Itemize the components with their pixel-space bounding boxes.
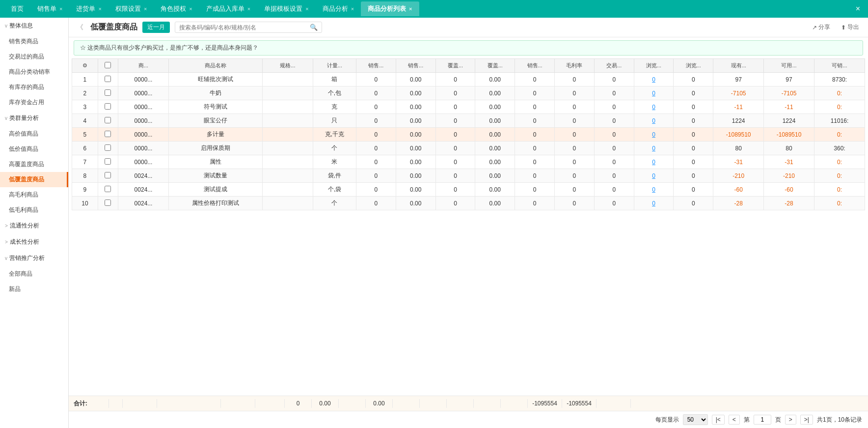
row-checkbox[interactable] (105, 76, 111, 82)
cell-0: 5 (72, 128, 98, 142)
row-checkbox[interactable] (105, 89, 111, 96)
sidebar-item-高毛利商品[interactable]: 高毛利商品 (0, 187, 68, 202)
sidebar-item-高覆盖度商品[interactable]: 高覆盖度商品 (0, 157, 68, 172)
sidebar-section-类群量分析[interactable]: v类群量分析 (0, 110, 68, 126)
browse-link[interactable]: 0 (652, 90, 655, 97)
col-header-6: 销售... (356, 59, 396, 73)
first-page-btn[interactable]: |< (712, 415, 725, 425)
last-page-btn[interactable]: >| (800, 415, 813, 425)
row-checkbox[interactable] (105, 117, 111, 123)
cell-5: 个,袋 (313, 183, 356, 197)
row-checkbox[interactable] (105, 200, 111, 206)
cell-15: -28 (713, 197, 764, 210)
nav-tab-产成品入库单[interactable]: 产成品入库单× (199, 1, 257, 16)
total-cell (255, 399, 285, 408)
sidebar-item-销售类商品[interactable]: 销售类商品 (0, 34, 68, 49)
cell-1 (98, 128, 118, 142)
cell-5: 米 (313, 155, 356, 169)
table-row: 100024...属性价格打印测试个00.0000.0000000-28-280… (72, 197, 865, 210)
total-cell (123, 399, 157, 408)
sidebar-item-库存资金占用[interactable]: 库存资金占用 (0, 95, 68, 110)
nav-tab-进货单[interactable]: 进货单× (69, 1, 108, 16)
row-checkbox[interactable] (105, 172, 111, 178)
browse-link[interactable]: 0 (652, 172, 655, 179)
sidebar-section-整体信息[interactable]: v整体信息 (0, 18, 68, 34)
select-all-checkbox[interactable] (105, 62, 111, 68)
total-cell (501, 399, 528, 408)
row-checkbox[interactable] (105, 144, 111, 151)
browse-link[interactable]: 0 (652, 117, 655, 124)
export-icon: ⬆ (841, 24, 846, 31)
cell-11: 0 (555, 183, 595, 197)
cell-16: -1089510 (764, 128, 814, 142)
cell-11: 0 (555, 155, 595, 169)
settings-icon[interactable]: ⚙ (82, 62, 87, 68)
cell-11: 0 (555, 128, 595, 142)
browse-link[interactable]: 0 (652, 76, 655, 83)
cell-6: 0 (356, 128, 396, 142)
row-checkbox[interactable] (105, 158, 111, 165)
window-close-btn[interactable]: × (852, 4, 864, 13)
nav-tab-close-icon[interactable]: × (189, 6, 192, 12)
col-header-15: 现有... (713, 59, 764, 73)
cell-3: 属性 (168, 155, 262, 169)
page-size-select[interactable]: 2050100 (683, 414, 708, 425)
cell-2: 0000... (118, 142, 169, 155)
nav-tab-商品分析列表[interactable]: 商品分析列表× (361, 1, 419, 16)
cell-15: 97 (713, 73, 764, 86)
nav-tab-close-icon[interactable]: × (59, 6, 62, 12)
nav-tab-销售单[interactable]: 销售单× (30, 1, 69, 16)
browse-link[interactable]: 0 (652, 104, 655, 111)
sidebar-section-营销推广分析[interactable]: v营销推广分析 (0, 250, 68, 266)
sidebar-item-高价值商品[interactable]: 高价值商品 (0, 126, 68, 142)
nav-tab-close-icon[interactable]: × (98, 6, 101, 12)
sidebar-item-低毛利商品[interactable]: 低毛利商品 (0, 202, 68, 218)
nav-tab-close-icon[interactable]: × (409, 6, 412, 12)
nav-tab-close-icon[interactable]: × (305, 6, 308, 12)
row-checkbox[interactable] (105, 103, 111, 110)
search-input[interactable] (179, 24, 310, 31)
cell-7: 0.00 (396, 73, 435, 86)
cell-10: 0 (515, 197, 555, 210)
browse-link[interactable]: 0 (652, 200, 655, 207)
next-page-btn[interactable]: > (785, 415, 796, 425)
browse-link[interactable]: 0 (652, 131, 655, 138)
date-filter-btn[interactable]: 近一月 (142, 22, 170, 33)
col-header-10: 销售... (515, 59, 555, 73)
nav-tab-label: 进货单 (76, 4, 95, 13)
page-input[interactable] (754, 415, 771, 425)
nav-tab-close-icon[interactable]: × (144, 6, 147, 12)
cell-0: 6 (72, 142, 98, 155)
nav-tab-权限设置[interactable]: 权限设置× (108, 1, 154, 16)
cell-4 (262, 155, 313, 169)
share-btn[interactable]: ↗ 分享 (809, 22, 833, 33)
sidebar-item-全部商品[interactable]: 全部商品 (0, 266, 68, 282)
sidebar-item-有库存的商品[interactable]: 有库存的商品 (0, 80, 68, 95)
prev-page-btn[interactable]: < (729, 415, 740, 425)
nav-tab-商品分析[interactable]: 商品分析× (316, 1, 361, 16)
sidebar-item-交易过的商品[interactable]: 交易过的商品 (0, 49, 68, 64)
nav-tab-close-icon[interactable]: × (351, 6, 354, 12)
sidebar-item-新品[interactable]: 新品 (0, 282, 68, 297)
nav-tab-角色授权[interactable]: 角色授权× (154, 1, 199, 16)
nav-tab-close-icon[interactable]: × (247, 6, 250, 12)
sidebar-item-低价值商品[interactable]: 低价值商品 (0, 142, 68, 157)
row-checkbox[interactable] (105, 131, 111, 137)
nav-tab-单据模板设置[interactable]: 单据模板设置× (257, 1, 315, 16)
browse-link[interactable]: 0 (652, 159, 655, 166)
cell-15: -210 (713, 169, 764, 183)
sidebar-item-低覆盖度商品[interactable]: 低覆盖度商品 (0, 172, 68, 187)
nav-tab-首页[interactable]: 首页 (4, 1, 30, 16)
browse-link[interactable]: 0 (652, 145, 655, 152)
browse-link[interactable]: 0 (652, 186, 655, 193)
sidebar-item-商品分类动销率[interactable]: 商品分类动销率 (0, 64, 68, 80)
collapse-sidebar-btn[interactable]: 《 (75, 22, 85, 33)
cell-15: -7105 (713, 86, 764, 100)
export-btn[interactable]: ⬆ 导出 (838, 22, 862, 33)
search-icon[interactable]: 🔍 (310, 24, 318, 31)
col-header-2: 商... (118, 59, 169, 73)
sidebar-section-成长性分析[interactable]: >成长性分析 (0, 234, 68, 250)
total-cell (420, 399, 447, 408)
sidebar-section-流通性分析[interactable]: >流通性分析 (0, 218, 68, 234)
row-checkbox[interactable] (105, 186, 111, 192)
